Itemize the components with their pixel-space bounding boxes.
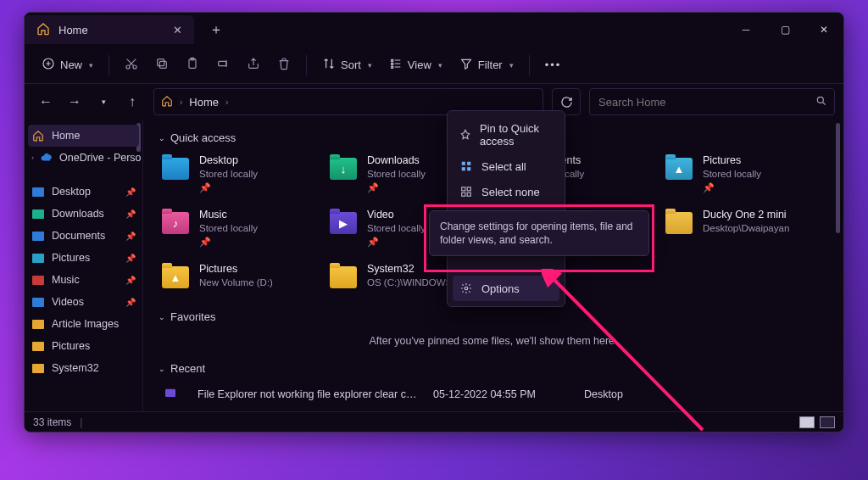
cloud-icon — [41, 151, 53, 165]
forward-button[interactable]: → — [62, 89, 87, 114]
item-location: Stored locally — [199, 168, 258, 180]
sidebar-item[interactable]: Pictures — [25, 335, 142, 357]
svg-rect-4 — [158, 59, 164, 66]
sidebar-item[interactable]: Documents 📌 — [25, 225, 142, 247]
folder-icon — [31, 229, 45, 243]
quick-access-item[interactable]: ♪ Music Stored locally 📌 — [159, 205, 318, 251]
section-favorites[interactable]: ⌄ Favorites — [159, 310, 828, 323]
rename-button[interactable] — [209, 52, 236, 78]
chevron-down-icon: ⌄ — [159, 134, 165, 142]
file-icon — [162, 387, 182, 402]
grid-full-icon — [459, 159, 473, 173]
item-name: Pictures — [199, 263, 273, 276]
svg-rect-10 — [392, 66, 393, 68]
menu-select-all[interactable]: Select all — [453, 153, 559, 179]
body: Home › OneDrive - Perso Desktop 📌 Downlo… — [25, 120, 843, 411]
search-box[interactable] — [589, 88, 835, 115]
trash-icon — [277, 57, 291, 73]
item-location: Stored locally — [703, 168, 761, 180]
tab-close[interactable]: ✕ — [173, 24, 182, 36]
maximize-button[interactable]: ▢ — [765, 13, 804, 47]
pin-icon: 📌 — [367, 237, 426, 248]
pin-icon: 📌 — [367, 182, 426, 193]
folder-icon: ▶ — [328, 209, 359, 237]
sidebar-item[interactable]: Downloads 📌 — [25, 203, 142, 225]
item-name: System32 — [367, 263, 452, 276]
view-button[interactable]: View▾ — [382, 52, 449, 78]
search-input[interactable] — [590, 89, 834, 114]
folder-icon — [31, 339, 45, 353]
item-location: Stored locally — [367, 222, 426, 234]
see-more-menu: Pin to Quick access Select all Select no… — [447, 110, 565, 307]
cut-button[interactable] — [118, 52, 145, 78]
menu-select-none[interactable]: Select none — [453, 179, 559, 204]
svg-point-11 — [817, 97, 823, 103]
history-button[interactable]: ▾ — [91, 89, 116, 114]
sidebar-home[interactable]: Home — [28, 125, 139, 147]
quick-access-item[interactable]: ▲ Pictures New Volume (D:) — [159, 260, 318, 295]
item-name: Music — [199, 209, 258, 221]
folder-icon: ♪ — [160, 209, 191, 237]
svg-point-25 — [465, 287, 468, 290]
copy-button[interactable] — [148, 52, 175, 78]
sort-button[interactable]: Sort▾ — [315, 52, 379, 78]
sidebar-item-label: Article Images — [52, 318, 119, 330]
pin-icon: 📌 — [703, 182, 761, 193]
sidebar-item[interactable]: Music 📌 — [25, 269, 142, 291]
content-scrollbar[interactable] — [836, 123, 840, 233]
quick-access-item[interactable]: Ducky One 2 mini Desktop\Dwaipayan — [662, 205, 821, 251]
details-view-button[interactable] — [799, 416, 815, 428]
chevron-down-icon: ▾ — [368, 61, 372, 70]
new-button[interactable]: New ▾ — [35, 52, 100, 78]
pin-icon: 📌 — [125, 232, 136, 241]
sidebar-item-label: Videos — [52, 296, 84, 308]
delete-button[interactable] — [270, 52, 298, 78]
sidebar-item-label: Documents — [52, 230, 105, 242]
breadcrumb-home[interactable]: Home — [189, 96, 219, 109]
sidebar-item[interactable]: Videos 📌 — [25, 291, 142, 313]
menu-pin-quick-access[interactable]: Pin to Quick access — [453, 116, 559, 153]
sidebar-item[interactable]: Pictures 📌 — [25, 247, 142, 269]
item-name: Downloads — [367, 154, 426, 167]
new-tab-button[interactable]: ＋ — [203, 18, 230, 42]
pin-icon: 📌 — [125, 254, 136, 263]
chevron-down-icon: ⌄ — [159, 365, 165, 373]
section-recent[interactable]: ⌄ Recent — [159, 362, 828, 375]
cut-icon — [125, 57, 138, 73]
chevron-right-icon: › — [180, 98, 182, 107]
tab-home[interactable]: Home ✕ — [25, 15, 194, 44]
sidebar-item[interactable]: Article Images — [25, 313, 142, 335]
sidebar-item[interactable]: System32 — [25, 357, 142, 379]
close-button[interactable]: ✕ — [804, 13, 843, 47]
home-icon — [161, 95, 173, 109]
filter-button[interactable]: Filter▾ — [453, 52, 520, 78]
sidebar: Home › OneDrive - Perso Desktop 📌 Downlo… — [25, 120, 143, 411]
see-more-button[interactable]: ••• — [538, 53, 569, 76]
options-tooltip: Change settings for opening items, file … — [429, 210, 649, 256]
item-location: Stored locally — [199, 222, 258, 234]
sidebar-onedrive[interactable]: › OneDrive - Perso — [25, 147, 142, 169]
recent-item[interactable]: File Explorer not working file explorer … — [159, 382, 828, 407]
svg-rect-16 — [467, 167, 470, 170]
quick-access-item[interactable]: Desktop Stored locally 📌 — [159, 151, 318, 197]
up-button[interactable]: ↑ — [120, 89, 145, 114]
tiles-view-button[interactable] — [820, 416, 835, 428]
share-icon — [247, 57, 260, 73]
filter-icon — [459, 57, 473, 73]
share-button[interactable] — [240, 52, 267, 78]
back-button[interactable]: ← — [33, 89, 58, 114]
minimize-button[interactable]: ─ — [726, 13, 765, 47]
pin-icon: 📌 — [199, 182, 258, 193]
folder-icon — [31, 251, 45, 265]
quick-access-item[interactable]: ▲ Pictures Stored locally 📌 — [662, 151, 821, 197]
sidebar-item[interactable]: Desktop 📌 — [25, 181, 142, 203]
sidebar-item-label: Downloads — [52, 208, 104, 220]
status-bar: 33 items | — [25, 411, 843, 432]
recent-date: 05-12-2022 04:55 PM — [433, 388, 569, 400]
paste-button[interactable] — [179, 52, 206, 78]
pin-icon — [459, 128, 471, 142]
menu-options[interactable]: Options — [453, 276, 559, 301]
chevron-down-icon: ▾ — [509, 61, 514, 70]
svg-rect-3 — [159, 61, 166, 68]
item-location: Stored locally — [367, 168, 426, 180]
